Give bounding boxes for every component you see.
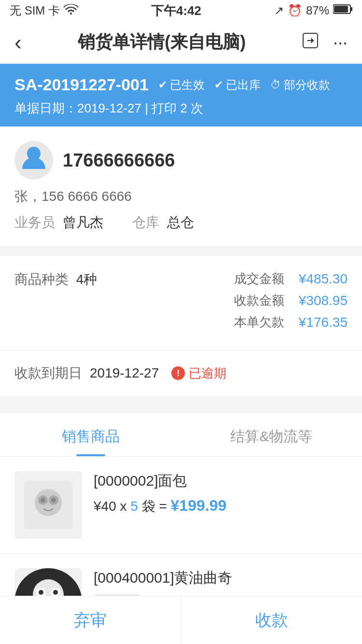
- svg-rect-1: [350, 7, 352, 11]
- section-divider: [0, 406, 362, 413]
- tab-bar: 销售商品 结算&物流等: [0, 413, 362, 457]
- received-row: 收款金额 ¥308.95: [234, 292, 348, 309]
- warehouse-value: 总仓: [167, 215, 194, 230]
- tab-settlement[interactable]: 结算&物流等: [181, 413, 362, 456]
- customer-row: 17666666666: [14, 141, 348, 180]
- badge-effective: ✔ 已生效: [158, 77, 205, 93]
- stats-section: 商品种类 4种 成交金额 ¥485.30 收款金额 ¥308.95 本单欠款 ¥…: [0, 256, 362, 350]
- cancel-review-button[interactable]: 弃审: [0, 596, 181, 644]
- collect-button[interactable]: 收款: [181, 596, 362, 644]
- amount-fields: 成交金额 ¥485.30 收款金额 ¥308.95 本单欠款 ¥176.35: [234, 270, 348, 336]
- battery-icon: [333, 4, 352, 17]
- svg-point-15: [39, 590, 43, 595]
- alarm-icon: ⏰: [288, 4, 302, 17]
- back-button[interactable]: ‹: [14, 30, 22, 55]
- more-icon[interactable]: ···: [333, 32, 348, 53]
- transaction-row: 成交金额 ¥485.30: [234, 270, 348, 287]
- bottom-bar: 弃审 收款: [0, 596, 362, 644]
- battery-level: 87%: [306, 4, 329, 17]
- due-date-value: 2019-12-27: [90, 365, 159, 381]
- salesperson-label: 业务员: [14, 215, 55, 230]
- check-icon-2: ✔: [214, 79, 223, 91]
- transaction-label: 成交金额: [234, 270, 284, 287]
- order-header-row: SA-20191227-001 ✔ 已生效 ✔ 已出库 ⏱ 部分收款: [14, 75, 348, 94]
- received-value: ¥308.95: [299, 293, 348, 308]
- product-type-label: 商品种类: [14, 272, 69, 287]
- warehouse-field: 仓库 总仓: [132, 213, 194, 232]
- salesperson-value: 曾凡杰: [63, 215, 103, 230]
- share-icon[interactable]: [302, 32, 319, 53]
- user-icon: [19, 143, 48, 178]
- customer-name: 张，156 6666 6666: [14, 187, 348, 206]
- product-type-value: 4种: [76, 272, 97, 287]
- nav-actions: ···: [302, 32, 348, 53]
- wifi-icon: [64, 4, 78, 17]
- nav-bar: ‹ 销货单详情(来自电脑) ···: [0, 21, 362, 64]
- status-right: ↗ ⏰ 87%: [274, 4, 352, 17]
- overdue-label: 已逾期: [189, 365, 226, 382]
- product-info-1: [0000002]面包 ¥40 x 5 袋 = ¥199.99: [94, 471, 348, 516]
- product-type-field: 商品种类 4种: [14, 270, 97, 289]
- product-name-1: [0000002]面包: [94, 471, 348, 491]
- overdue-badge: ! 已逾期: [171, 365, 226, 382]
- product-name-2: [000400001]黄油曲奇: [94, 568, 348, 588]
- owe-row: 本单欠款 ¥176.35: [234, 314, 348, 331]
- product-total-1: ¥199.99: [171, 497, 227, 514]
- customer-section: 17666666666 张，156 6666 6666 业务员 曾凡杰 仓库 总…: [0, 126, 362, 246]
- tab-sales-products[interactable]: 销售商品: [0, 413, 181, 456]
- warehouse-label: 仓库: [132, 215, 159, 230]
- transaction-value: ¥485.30: [299, 271, 348, 287]
- owe-value: ¥176.35: [299, 315, 348, 330]
- avatar: [14, 141, 53, 180]
- order-date-line: 单据日期：2019-12-27 | 打印 2 次: [14, 100, 348, 117]
- clock-icon: ⏱: [270, 79, 281, 91]
- status-bar: 无 SIM 卡 下午4:42 ↗ ⏰ 87%: [0, 0, 362, 21]
- svg-point-10: [51, 498, 56, 503]
- due-date-section: 收款到期日 2019-12-27 ! 已逾期: [0, 350, 362, 396]
- customer-meta: 业务员 曾凡杰 仓库 总仓: [14, 213, 348, 232]
- status-left: 无 SIM 卡: [10, 3, 78, 18]
- received-label: 收款金额: [234, 292, 284, 309]
- badge-partial: ⏱ 部分收款: [270, 77, 330, 93]
- owe-label: 本单欠款: [234, 314, 284, 331]
- svg-rect-2: [334, 6, 348, 13]
- order-id: SA-20191227-001: [14, 75, 149, 94]
- svg-point-9: [41, 498, 45, 503]
- due-date-label: 收款到期日: [14, 364, 82, 382]
- svg-point-16: [53, 590, 58, 595]
- badge-outstock: ✔ 已出库: [214, 77, 261, 93]
- product-price-1: ¥40 x 5 袋 = ¥199.99: [94, 497, 348, 516]
- product-qty-1: 5: [130, 499, 138, 514]
- product-image-1: [14, 471, 82, 539]
- status-time: 下午4:42: [151, 2, 201, 19]
- product-image-placeholder-1: [14, 471, 82, 539]
- list-item: [0000002]面包 ¥40 x 5 袋 = ¥199.99: [0, 457, 362, 554]
- customer-phone: 17666666666: [63, 150, 175, 171]
- check-icon-1: ✔: [158, 79, 167, 91]
- location-icon: ↗: [274, 4, 284, 17]
- overdue-dot-icon: !: [171, 366, 185, 380]
- salesperson-field: 业务员 曾凡杰: [14, 213, 103, 232]
- sim-status: 无 SIM 卡: [10, 3, 60, 18]
- page-title: 销货单详情(来自电脑): [78, 30, 246, 54]
- header-banner: SA-20191227-001 ✔ 已生效 ✔ 已出库 ⏱ 部分收款 单据日期：…: [0, 64, 362, 126]
